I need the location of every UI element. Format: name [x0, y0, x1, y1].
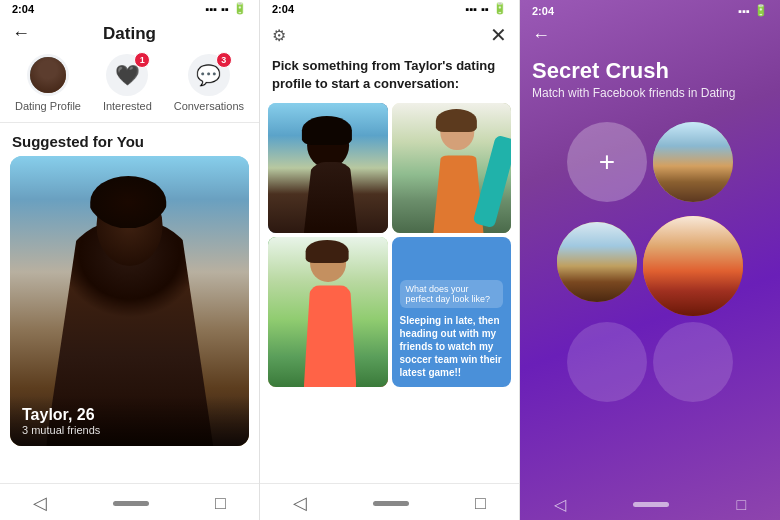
add-icon: + — [599, 146, 615, 178]
wifi-icon-2: ▪▪ — [481, 3, 489, 15]
filter-icon[interactable]: ⚙ — [272, 26, 286, 45]
wifi-icon: ▪▪ — [221, 3, 229, 15]
chat-question-text: What does your perfect day look like? — [400, 280, 504, 308]
crush-p2-bg — [557, 222, 637, 302]
signal-icon-2: ▪▪▪ — [465, 3, 477, 15]
photo-cell-3[interactable] — [268, 237, 388, 387]
back-button[interactable]: ← — [12, 23, 30, 44]
profile-name: Taylor, 26 — [22, 406, 237, 424]
battery-icon-2: 🔋 — [493, 2, 507, 15]
photo-cell-4[interactable]: What does your perfect day look like? Sl… — [392, 237, 512, 387]
photo3-hair — [305, 240, 348, 263]
home-pill-2[interactable] — [373, 501, 409, 506]
status-time-2: 2:04 — [272, 3, 294, 15]
crush-person-1[interactable] — [653, 122, 733, 202]
dating-profile-icon-wrap — [27, 54, 69, 96]
photo2-hair — [436, 109, 477, 132]
crush-circles-container: + — [520, 112, 780, 487]
chat-answer-text: Sleeping in late, then heading out with … — [400, 314, 504, 379]
dating-profile-avatar — [30, 57, 66, 93]
panel-dating-home: 2:04 ▪▪▪ ▪▪ 🔋 ← Dating Dating Profile 🖤 … — [0, 0, 260, 520]
status-icons-3: ▪▪▪ 🔋 — [738, 4, 768, 17]
nav-item-dating-profile[interactable]: Dating Profile — [15, 54, 81, 112]
crush-person-2[interactable] — [557, 222, 637, 302]
heart-icon: 🖤 — [115, 63, 140, 87]
photo1-bg — [268, 103, 388, 233]
panel3-bottom-nav: ◁ □ — [520, 487, 780, 520]
panel-pick-topic: 2:04 ▪▪▪ ▪▪ 🔋 ⚙ ✕ Pick something from Ta… — [260, 0, 520, 520]
signal-icon: ▪▪▪ — [205, 3, 217, 15]
square-nav-icon[interactable]: □ — [215, 493, 226, 514]
conversations-icon-wrap: 💬 3 — [188, 54, 230, 96]
add-crush-button[interactable]: + — [567, 122, 647, 202]
status-time-3: 2:04 — [532, 5, 554, 17]
profile-card[interactable]: Taylor, 26 3 mutual friends — [10, 156, 249, 446]
dating-nav: Dating Profile 🖤 1 Interested 💬 3 Conver… — [0, 48, 259, 123]
photo2-bg — [392, 103, 512, 233]
photo-2 — [392, 103, 512, 233]
back-nav-icon-3[interactable]: ◁ — [554, 495, 566, 514]
conversations-label: Conversations — [174, 100, 244, 112]
avatar-person — [30, 57, 66, 93]
back-nav-icon-2[interactable]: ◁ — [293, 492, 307, 514]
photo-cell-1[interactable] — [268, 103, 388, 233]
dating-profile-label: Dating Profile — [15, 100, 81, 112]
panel1-title: Dating — [30, 24, 229, 44]
status-bar-1: 2:04 ▪▪▪ ▪▪ 🔋 — [0, 0, 259, 15]
photo1-hair — [302, 116, 352, 145]
back-button-3[interactable]: ← — [532, 25, 550, 46]
panel3-header: ← — [520, 17, 780, 52]
status-time-1: 2:04 — [12, 3, 34, 15]
photo-grid: What does your perfect day look like? Sl… — [260, 103, 519, 483]
status-bar-3: 2:04 ▪▪▪ 🔋 — [520, 0, 780, 17]
photo-1 — [268, 103, 388, 233]
pick-topic-prompt: Pick something from Taylor's dating prof… — [260, 51, 519, 103]
crush-p1-bg — [653, 122, 733, 202]
panel1-header: ← Dating — [0, 15, 259, 48]
crush-empty-slot-1 — [567, 322, 647, 402]
battery-icon: 🔋 — [233, 2, 247, 15]
photo3-body — [304, 285, 357, 387]
crush-p3-bg — [643, 216, 743, 316]
nav-item-interested[interactable]: 🖤 1 Interested — [103, 54, 152, 112]
crush-person-3[interactable] — [643, 216, 743, 316]
interested-icon-wrap: 🖤 1 — [106, 54, 148, 96]
photo3-bg — [268, 237, 388, 387]
home-pill[interactable] — [113, 501, 149, 506]
conversations-badge: 3 — [216, 52, 232, 68]
interested-badge: 1 — [134, 52, 150, 68]
photo1-body — [304, 162, 358, 234]
square-nav-icon-2[interactable]: □ — [475, 493, 486, 514]
chat-icon: 💬 — [196, 63, 221, 87]
home-pill-3[interactable] — [633, 502, 669, 507]
secret-crush-subtitle: Match with Facebook friends in Dating — [520, 86, 780, 112]
profile-mutual-friends: 3 mutual friends — [22, 424, 237, 436]
photo-4: What does your perfect day look like? Sl… — [392, 237, 512, 387]
panel-secret-crush: 2:04 ▪▪▪ 🔋 ← Secret Crush Match with Fac… — [520, 0, 780, 520]
status-bar-2: 2:04 ▪▪▪ ▪▪ 🔋 — [260, 0, 519, 15]
interested-label: Interested — [103, 100, 152, 112]
photo-3 — [268, 237, 388, 387]
panel2-header: ⚙ ✕ — [260, 15, 519, 51]
suggested-section-title: Suggested for You — [0, 123, 259, 156]
back-nav-icon[interactable]: ◁ — [33, 492, 47, 514]
signal-icon-3: ▪▪▪ — [738, 5, 750, 17]
square-nav-icon-3[interactable]: □ — [737, 496, 747, 514]
profile-card-overlay: Taylor, 26 3 mutual friends — [10, 396, 249, 446]
crush-empty-slot-2 — [653, 322, 733, 402]
status-icons-2: ▪▪▪ ▪▪ 🔋 — [465, 2, 507, 15]
panel1-bottom-nav: ◁ □ — [0, 483, 259, 520]
status-icons-1: ▪▪▪ ▪▪ 🔋 — [205, 2, 247, 15]
nav-item-conversations[interactable]: 💬 3 Conversations — [174, 54, 244, 112]
close-button[interactable]: ✕ — [490, 23, 507, 47]
secret-crush-title: Secret Crush — [520, 52, 780, 86]
battery-icon-3: 🔋 — [754, 4, 768, 17]
panel2-bottom-nav: ◁ □ — [260, 483, 519, 520]
photo-cell-2[interactable] — [392, 103, 512, 233]
